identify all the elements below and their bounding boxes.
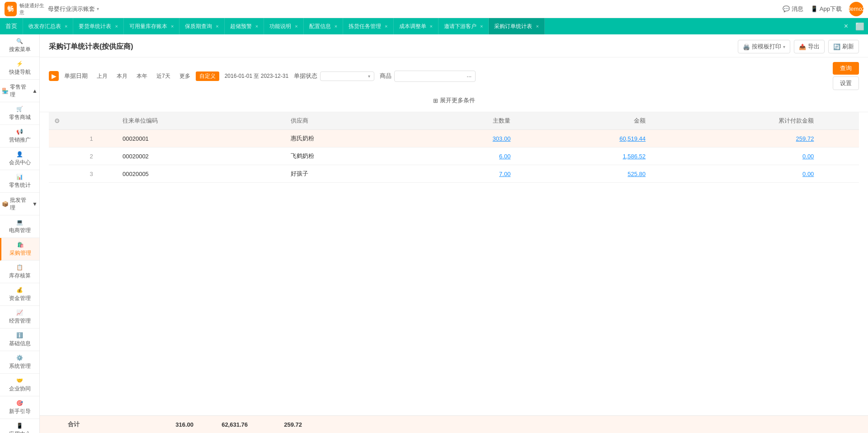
sidebar-item-ecommerce[interactable]: 💻 电商管理 — [0, 215, 39, 238]
close-icon[interactable]: × — [295, 24, 297, 29]
tab-cost[interactable]: 成本调整单 × — [394, 18, 439, 34]
row-main-qty[interactable]: 7.00 — [411, 165, 516, 183]
avatar[interactable]: demo2 — [849, 2, 863, 16]
goods-input[interactable]: ··· — [394, 71, 476, 82]
sidebar-item-retail-stat[interactable]: 📊 零售统计 — [0, 170, 39, 193]
shortcut-this-month[interactable]: 本月 — [113, 71, 131, 81]
sidebar-item-member[interactable]: 👤 会员中心 — [0, 148, 39, 170]
tab-config[interactable]: 配置信息 × — [304, 18, 343, 34]
date-label: 单据日期 — [64, 72, 88, 80]
tab-demand[interactable]: 要货单统计表 × — [73, 18, 123, 34]
sidebar-item-retail[interactable]: 🏪 零售管理 ▲ — [0, 80, 39, 102]
app-download-button[interactable]: 📱 App下载 — [811, 5, 842, 13]
settings-icon[interactable]: ⚙ — [54, 117, 60, 124]
ecommerce-icon: 💻 — [16, 219, 23, 225]
enterprise-icon: 🤝 — [16, 377, 23, 384]
sidebar-item-shortcut[interactable]: ⚡ 快捷导航 — [0, 57, 39, 80]
print-button[interactable]: 🖨️ 按模板打印 ▾ — [738, 40, 790, 53]
refresh-button[interactable]: 🔄 刷新 — [828, 40, 859, 53]
tab-expiry[interactable]: 保质期查询 × — [179, 18, 224, 34]
close-icon[interactable]: × — [216, 24, 218, 29]
expand-more-button[interactable]: ⊞ 展开更多条件 — [430, 94, 478, 107]
row-paid-amount[interactable]: 0.00 — [651, 165, 819, 183]
close-icon[interactable]: × — [480, 24, 483, 29]
date-range: 2016-01-01 至 2023-12-31 — [225, 72, 288, 80]
sidebar-item-search[interactable]: 🔍 搜索菜单 — [0, 34, 39, 57]
table-container: ⚙ 往来单位编码 供应商 主数量 金额 累计付款金额 1 00020001 — [40, 112, 868, 415]
status-select[interactable]: ▾ — [320, 71, 374, 81]
chevron-down-icon: ▼ — [32, 201, 38, 207]
col-unit-code: 往来单位编码 — [117, 112, 285, 130]
row-extra — [819, 130, 859, 148]
table-row[interactable]: 1 00020001 惠氏奶粉 303.00 60,519.44 259.72 — [49, 130, 859, 148]
row-extra — [819, 148, 859, 165]
sidebar-item-purchase[interactable]: 🛍️ 采购管理 — [0, 238, 39, 261]
close-icon[interactable]: × — [430, 24, 433, 29]
close-icon[interactable]: × — [115, 24, 118, 29]
topbar-actions: 💬 消息 📱 App下载 demo2 — [783, 2, 863, 16]
table-row[interactable]: 3 00020005 好孩子 7.00 525.80 0.00 — [49, 165, 859, 183]
col-paid-amount: 累计付款金额 — [651, 112, 819, 130]
sidebar-item-wholesale[interactable]: 📦 批发管理 ▼ — [0, 193, 39, 215]
close-icon[interactable]: × — [536, 24, 538, 29]
tab-function[interactable]: 功能说明 × — [264, 18, 303, 34]
logo-icon: 畅 — [5, 2, 17, 16]
marketing-icon: 📢 — [16, 128, 23, 135]
mall-icon: 🛒 — [16, 106, 23, 112]
footer-amount: 62,631.76 — [193, 421, 248, 428]
tab-task[interactable]: 拣货任务管理 × — [343, 18, 393, 34]
header-actions: 🖨️ 按模板打印 ▾ 📤 导出 🔄 刷新 — [738, 40, 859, 53]
export-button[interactable]: 📤 导出 — [794, 40, 825, 53]
shortcut-more[interactable]: 更多 — [176, 71, 194, 81]
row-amount[interactable]: 525.80 — [516, 165, 651, 183]
row-seq: 1 — [66, 130, 117, 148]
stat-icon: 📊 — [16, 174, 23, 180]
sidebar-item-basic[interactable]: ℹ️ 基础信息 — [0, 328, 39, 351]
row-paid-amount[interactable]: 0.00 — [651, 148, 819, 165]
page-header: 采购订单统计表(按供应商) 🖨️ 按模板打印 ▾ 📤 导出 🔄 刷新 — [40, 34, 868, 57]
main-layout: 🔍 搜索菜单 ⚡ 快捷导航 🏪 零售管理 ▲ 🛒 零售商城 📢 营销推广 👤 会… — [0, 34, 868, 433]
tab-invite[interactable]: 邀请下游客户 × — [439, 18, 489, 34]
tab-purchase-summary[interactable]: 采购订单统计表 × — [489, 18, 544, 34]
logo: 畅 畅捷通好生意 — [5, 2, 44, 16]
appcenter-icon: 📱 — [16, 423, 23, 429]
sidebar-item-retail-mall[interactable]: 🛒 零售商城 — [0, 102, 39, 125]
sidebar-item-finance[interactable]: 💰 资金管理 — [0, 283, 39, 306]
close-icon[interactable]: × — [385, 24, 387, 29]
table-row[interactable]: 2 00020002 飞鹤奶粉 6.00 1,586.52 0.00 — [49, 148, 859, 165]
date-shortcuts: 上月 本月 本年 近7天 更多 自定义 — [93, 71, 219, 81]
sidebar-item-system[interactable]: ⚙️ 系统管理 — [0, 351, 39, 374]
org-selector[interactable]: 母婴行业演示账套 ▾ — [44, 3, 103, 15]
shortcut-last-month[interactable]: 上月 — [93, 71, 111, 81]
shortcut-this-year[interactable]: 本年 — [133, 71, 151, 81]
sidebar-item-enterprise[interactable]: 🤝 企业协同 — [0, 374, 39, 396]
row-paid-amount[interactable]: 259.72 — [651, 130, 819, 148]
shortcut-7days[interactable]: 近7天 — [153, 71, 174, 81]
row-amount[interactable]: 60,519.44 — [516, 130, 651, 148]
nav-end: × ⬜ — [840, 18, 868, 34]
tab-home[interactable]: 首页 — [0, 18, 23, 34]
tab-overstock[interactable]: 超储预警 × — [225, 18, 264, 34]
sidebar-item-newguide[interactable]: 🎯 新手引导 — [0, 396, 39, 419]
row-amount[interactable]: 1,586.52 — [516, 148, 651, 165]
close-icon[interactable]: × — [255, 24, 258, 29]
close-icon[interactable]: × — [65, 24, 67, 29]
message-button[interactable]: 💬 消息 — [783, 5, 803, 13]
tab-collect[interactable]: 收发存汇总表 × — [23, 18, 73, 34]
close-icon[interactable]: × — [171, 24, 174, 29]
setting-button[interactable]: 设置 — [833, 76, 859, 90]
custom-date-tag[interactable]: 自定义 — [196, 71, 219, 81]
nav-expand-button[interactable]: ⬜ — [852, 18, 868, 34]
row-main-qty[interactable]: 303.00 — [411, 130, 516, 148]
tab-available[interactable]: 可用量库存账本 × — [124, 18, 179, 34]
sidebar-item-marketing[interactable]: 📢 营销推广 — [0, 125, 39, 148]
close-icon[interactable]: × — [335, 24, 337, 29]
sidebar-item-operations[interactable]: 📈 经营管理 — [0, 306, 39, 328]
sidebar-item-inventory[interactable]: 📋 库存核算 — [0, 261, 39, 283]
nav-close-button[interactable]: × — [840, 18, 852, 34]
status-filter: 单据状态 ▾ — [294, 71, 374, 81]
filter-toggle-button[interactable]: ▶ — [49, 71, 59, 81]
query-button[interactable]: 查询 — [833, 62, 859, 75]
row-main-qty[interactable]: 6.00 — [411, 148, 516, 165]
sidebar-item-appcenter[interactable]: 📱 应用中心 — [0, 419, 39, 433]
